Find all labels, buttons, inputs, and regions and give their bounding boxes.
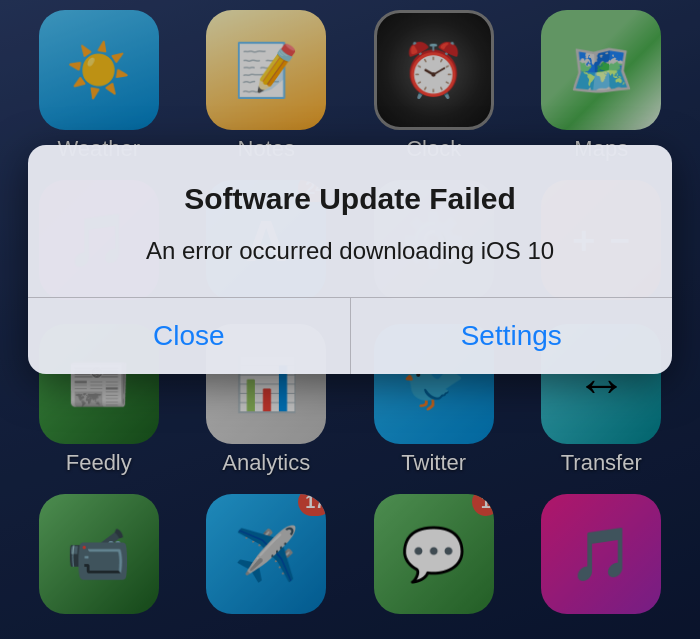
alert-message: An error occurred downloading iOS 10 bbox=[56, 235, 644, 267]
alert-dialog: Software Update Failed An error occurred… bbox=[28, 145, 672, 374]
alert-buttons: Close Settings bbox=[28, 297, 672, 374]
close-button[interactable]: Close bbox=[28, 298, 351, 374]
settings-button[interactable]: Settings bbox=[351, 298, 673, 374]
alert-body: Software Update Failed An error occurred… bbox=[28, 145, 672, 297]
alert-title: Software Update Failed bbox=[56, 181, 644, 217]
